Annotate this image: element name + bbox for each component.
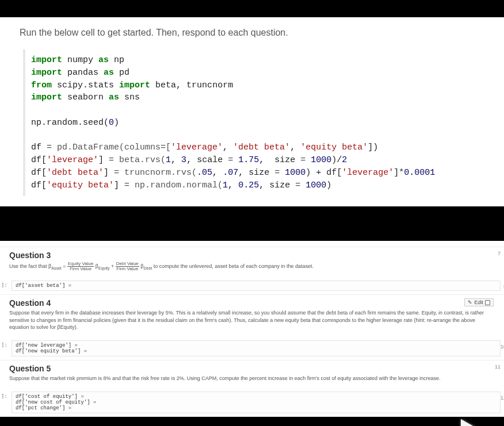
side-num-q5b: 12 [501, 395, 504, 401]
bottom-black-bar [0, 417, 504, 426]
q4-prompt: ]: [1, 342, 7, 348]
side-num-q3: 7 [498, 251, 501, 256]
q3-code-wrap: ]: 9 df['asset beta'] = [12, 281, 501, 291]
q5-desc: Suppose that the market risk premium is … [9, 375, 495, 382]
question-3: 7 Question 3 Use the fact that βAsset = … [0, 247, 504, 278]
question-4: ✎ Edit Question 4 Suppose that every fir… [0, 294, 504, 338]
kw-import: import [31, 55, 62, 65]
edit-label: Edit [474, 300, 483, 305]
edit-button[interactable]: ✎ Edit [464, 298, 494, 306]
gear-icon [485, 300, 490, 305]
top-black-bar [0, 0, 504, 17]
setup-code-cell: import numpy as np import pandas as pd f… [23, 49, 486, 196]
q3-desc: Use the fact that βAsset = Equity ValueF… [9, 262, 495, 271]
side-num-q5: 11 [495, 364, 501, 370]
intro-text: Run the below cell to get started. Then,… [10, 22, 494, 49]
q5-title: Question 5 [9, 364, 495, 373]
fraction-equity: Equity ValueFirm Value [67, 262, 94, 271]
side-num-q4: 10 [501, 344, 504, 350]
q4-code-wrap: ]: 10 df['new leverage'] = df['new equit… [12, 340, 501, 356]
q5-code[interactable]: df['cost of equity'] = df['new cost of e… [12, 392, 501, 413]
mid-black-bar [0, 206, 504, 241]
q3-title: Question 3 [9, 251, 495, 260]
q4-desc: Suppose that every firm in the database … [9, 309, 495, 331]
q3-prompt: ]: [1, 282, 7, 288]
q5-code-wrap: ]: 12 df['cost of equity'] = df['new cos… [12, 392, 501, 413]
q4-code[interactable]: df['new leverage'] = df['new equity beta… [12, 340, 501, 356]
q3-code[interactable]: df['asset beta'] = [12, 281, 501, 291]
fraction-debt: Debt ValueFirm Value [116, 262, 139, 271]
pencil-icon: ✎ [468, 300, 472, 305]
q4-title: Question 4 [9, 298, 495, 308]
next-arrow-icon[interactable] [461, 419, 481, 426]
intro-section: Run the below cell to get started. Then,… [0, 17, 504, 201]
q5-prompt: ]: [1, 393, 7, 399]
question-5: 11 Question 5 Suppose that the market ri… [0, 360, 504, 389]
